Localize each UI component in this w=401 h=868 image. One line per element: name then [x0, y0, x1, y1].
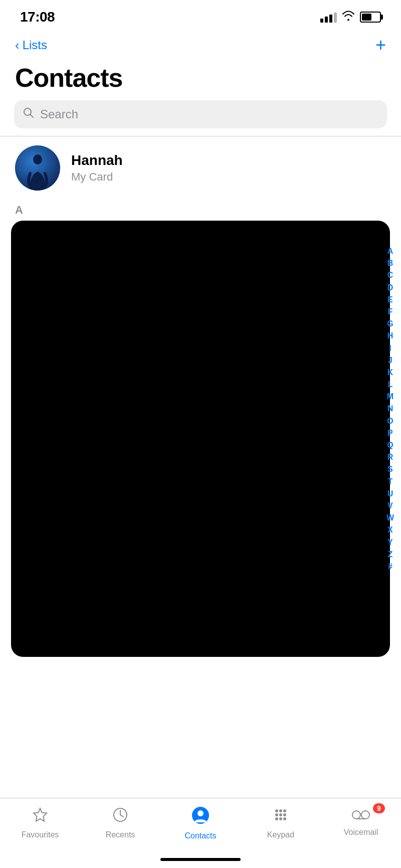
alphabet-v[interactable]: V [384, 500, 396, 511]
nav-bar: ‹ Lists + [0, 30, 401, 60]
clock-icon [112, 806, 129, 827]
add-contact-button[interactable]: + [375, 36, 386, 54]
svg-point-19 [279, 817, 282, 820]
alphabet-u[interactable]: U [384, 488, 396, 499]
svg-line-1 [31, 115, 34, 118]
avatar-image [15, 145, 60, 191]
alphabet-y[interactable]: Y [384, 537, 396, 548]
alphabet-s[interactable]: S [384, 464, 396, 474]
tab-recents[interactable]: Recents [90, 806, 150, 839]
svg-point-4 [33, 154, 42, 164]
search-container: Search [0, 100, 401, 136]
alphabet-o[interactable]: O [384, 416, 396, 426]
my-card-label: My Card [71, 170, 123, 184]
alphabet-w[interactable]: W [383, 512, 397, 523]
alphabet-h[interactable]: H [384, 330, 396, 341]
svg-point-13 [279, 809, 282, 812]
my-card-info: Hannah My Card [71, 152, 123, 184]
alphabet-p[interactable]: P [384, 428, 396, 438]
back-chevron-icon: ‹ [15, 38, 20, 53]
alphabet-a[interactable]: A [384, 246, 396, 256]
svg-point-16 [279, 813, 282, 816]
my-card-name: Hannah [71, 152, 123, 168]
tab-voicemail[interactable]: 9 Voicemail [331, 806, 391, 837]
wifi-icon [342, 10, 355, 24]
tab-bar: Favourites Recents Contacts [0, 798, 401, 868]
status-time: 17:08 [20, 9, 55, 25]
svg-point-21 [352, 811, 360, 819]
svg-point-12 [275, 809, 278, 812]
tab-recents-label: Recents [106, 830, 135, 839]
alphabet-c[interactable]: C [384, 270, 396, 280]
svg-point-14 [283, 809, 286, 812]
home-indicator [160, 858, 241, 861]
alphabet-j[interactable]: J [385, 355, 395, 366]
battery-icon [360, 12, 381, 23]
alphabet-k[interactable]: K [384, 367, 396, 378]
alphabet-f[interactable]: F [385, 306, 396, 317]
tab-contacts-label: Contacts [184, 831, 216, 840]
tab-contacts[interactable]: Contacts [170, 806, 231, 840]
alphabet-d[interactable]: D [384, 282, 396, 293]
alphabet-e[interactable]: E [384, 294, 396, 305]
alphabet-hash[interactable]: # [385, 561, 395, 572]
svg-point-15 [275, 813, 278, 816]
svg-line-9 [120, 815, 123, 817]
voicemail-icon [351, 806, 370, 825]
svg-point-17 [283, 813, 286, 816]
alphabet-g[interactable]: G [384, 318, 396, 329]
svg-point-20 [283, 817, 286, 820]
status-bar: 17:08 [0, 0, 401, 30]
page-title: Contacts [0, 60, 401, 100]
alphabet-m[interactable]: M [384, 391, 396, 402]
svg-point-11 [197, 810, 204, 816]
alphabet-n[interactable]: N [384, 403, 396, 414]
star-icon [32, 806, 49, 827]
alphabet-x[interactable]: X [384, 525, 396, 535]
signal-icon [320, 12, 337, 23]
alphabet-z[interactable]: Z [385, 549, 396, 560]
tab-favourites[interactable]: Favourites [10, 806, 70, 839]
svg-rect-6 [39, 180, 43, 191]
section-letter-a: A [0, 200, 401, 219]
my-card[interactable]: Hannah My Card [0, 136, 401, 200]
grid-icon [272, 806, 289, 827]
tab-voicemail-label: Voicemail [344, 828, 378, 837]
svg-point-18 [275, 817, 278, 820]
contacts-list-area[interactable] [11, 221, 390, 657]
search-input[interactable]: Search [40, 107, 78, 121]
voicemail-badge: 9 [373, 803, 385, 813]
back-label: Lists [23, 38, 47, 52]
search-icon [23, 107, 34, 121]
alphabet-l[interactable]: L [385, 379, 396, 390]
alphabet-q[interactable]: Q [384, 440, 396, 450]
alphabet-i[interactable]: I [386, 343, 394, 354]
alphabet-t[interactable]: T [385, 476, 396, 487]
svg-rect-5 [34, 180, 38, 191]
alphabet-r[interactable]: R [384, 452, 396, 462]
avatar [15, 145, 60, 191]
alphabet-b[interactable]: B [384, 258, 396, 268]
person-circle-icon [191, 806, 210, 828]
tab-keypad-label: Keypad [267, 830, 294, 839]
tab-favourites-label: Favourites [22, 830, 59, 839]
search-bar[interactable]: Search [14, 100, 387, 128]
alphabet-index: A B C D E F G H I J K L M N O P Q R S T … [383, 246, 397, 572]
lists-back-button[interactable]: ‹ Lists [15, 38, 47, 53]
tab-keypad[interactable]: Keypad [251, 806, 311, 839]
status-icons [320, 10, 381, 24]
svg-point-22 [361, 811, 369, 819]
